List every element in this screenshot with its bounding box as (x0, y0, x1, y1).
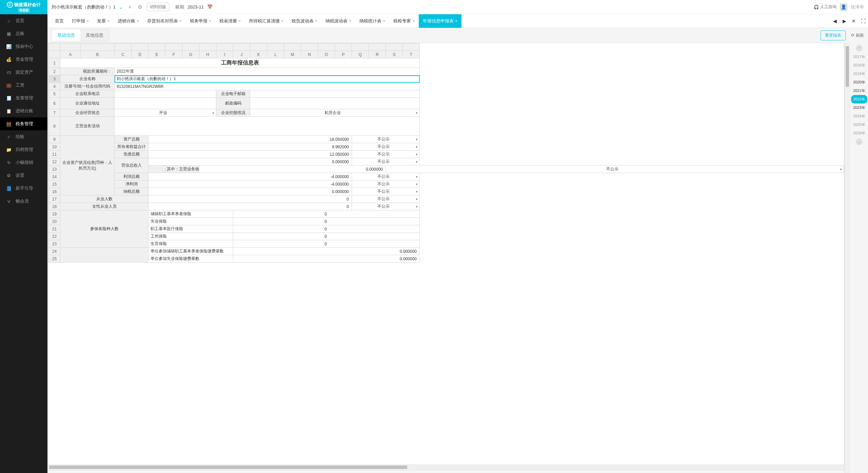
year-option[interactable]: 2024年 (851, 112, 867, 120)
spreadsheet-grid[interactable]: ABCDEFGHIJKLMNOPQRST1工商年报信息表2税款所属期间：2022… (48, 43, 844, 465)
close-icon[interactable]: × (209, 19, 211, 23)
tab-税检专家[interactable]: 税检专家 × (389, 14, 419, 28)
col-header[interactable]: E (149, 51, 165, 58)
tab-纳税统计表[interactable]: 纳税统计表 × (355, 14, 389, 28)
year-up-icon[interactable]: ⌃ (856, 45, 863, 52)
sidebar-item-fund[interactable]: 💰 资金管理 (0, 53, 47, 66)
col-header[interactable]: M (284, 51, 301, 58)
calendar-icon[interactable]: 📅 (207, 4, 213, 10)
dropdown-cell[interactable]: 私营企业 (250, 109, 420, 117)
sidebar-item-settings[interactable]: ⚙ 设置 (0, 169, 47, 182)
close-icon[interactable]: × (349, 19, 351, 23)
vertical-scrollbar[interactable] (844, 43, 850, 473)
add-icon[interactable]: + (126, 4, 133, 11)
year-option[interactable]: 2018年 (851, 61, 867, 70)
col-header[interactable]: Q (352, 51, 369, 58)
subtab-basic[interactable]: 基础信息 (52, 30, 80, 41)
sidebar-item-invoice[interactable]: 🧾 发票管理 (0, 92, 47, 105)
col-header[interactable]: K (250, 51, 267, 58)
col-header[interactable]: L (267, 51, 284, 58)
close-icon[interactable]: × (107, 19, 110, 23)
col-header[interactable]: D (132, 51, 149, 58)
fullscreen-icon[interactable]: ⛶ (859, 16, 868, 26)
tab-所得税汇算清缴[interactable]: 所得税汇算清缴 × (245, 14, 288, 28)
close-icon[interactable]: × (315, 19, 317, 23)
year-option[interactable]: 2020年 (851, 78, 867, 87)
refresh-button[interactable]: ⟳ 刷新 (851, 33, 864, 38)
close-icon[interactable]: × (281, 19, 283, 23)
sidebar-item-salary[interactable]: 💼 工资 (0, 79, 47, 92)
sidebar-item-archive[interactable]: 📁 归档管理 (0, 143, 47, 156)
value-cell[interactable]: 2022年度 (115, 68, 420, 75)
close-icon[interactable]: × (86, 19, 89, 23)
tab-发票[interactable]: 发票 × (93, 14, 114, 28)
year-option[interactable]: 2025年 (851, 120, 867, 129)
gear-icon[interactable]: ⚙ (137, 4, 143, 11)
tab-税表清册[interactable]: 税表清册 × (215, 14, 245, 28)
tabs-next-icon[interactable]: ▶ (840, 16, 849, 26)
sidebar-item-close[interactable]: ✓ 结账 (0, 130, 47, 143)
publish-dropdown[interactable]: 不公示 (352, 173, 420, 181)
sidebar-item-home[interactable]: ⌂ 首页 (0, 14, 47, 27)
tab-打申报[interactable]: 打申报 × (68, 14, 93, 28)
publish-dropdown[interactable]: 不公示 (386, 166, 844, 173)
col-header[interactable]: G (182, 51, 199, 58)
col-header[interactable]: H (199, 51, 216, 58)
col-header[interactable]: B (81, 51, 115, 58)
tabs-close-all-icon[interactable]: ✕ (849, 16, 859, 26)
tab-年报信息申报表[interactable]: 年报信息申报表 × (419, 14, 461, 28)
publish-dropdown[interactable]: 不公示 (352, 158, 420, 166)
horizontal-scrollbar[interactable] (48, 465, 844, 470)
tab-纳税波动表[interactable]: 纳税波动表 × (321, 14, 355, 28)
publish-dropdown[interactable]: 不公示 (352, 151, 420, 158)
corner-cell[interactable] (49, 51, 60, 58)
sidebar-item-asset[interactable]: 🗃 固定资产 (0, 66, 47, 79)
dropdown-cell[interactable]: 开业 (115, 109, 216, 117)
publish-dropdown[interactable]: 不公示 (352, 143, 420, 151)
account-selector[interactable]: 刘小艳演示账套（勿删勿动！）1 (52, 4, 116, 10)
sidebar-item-guide[interactable]: 📘 新手引导 (0, 182, 47, 195)
col-header[interactable]: P (335, 51, 352, 58)
close-icon[interactable]: × (238, 19, 241, 23)
year-option[interactable]: 2021年 (851, 87, 867, 95)
col-header[interactable]: J (233, 51, 250, 58)
year-option[interactable]: 2019年 (851, 70, 867, 78)
tab-税负波动表[interactable]: 税负波动表 × (288, 14, 321, 28)
period-value[interactable]: 2023-11 (188, 4, 204, 10)
close-icon[interactable]: × (179, 19, 182, 23)
year-down-icon[interactable]: ⌄ (856, 138, 863, 145)
tab-首页[interactable]: 首页 (51, 14, 68, 28)
year-option[interactable]: 2023年 (851, 103, 867, 112)
col-header[interactable]: R (369, 51, 386, 58)
sidebar-item-report[interactable]: 📊 报表中心 (0, 40, 47, 53)
close-icon[interactable]: × (455, 19, 457, 23)
col-header[interactable]: N (301, 51, 318, 58)
publish-dropdown[interactable]: 不公示 (352, 136, 420, 143)
tab-进销台账[interactable]: 进销台账 × (114, 14, 143, 28)
support-link[interactable]: 🎧 人工咨询 (814, 4, 836, 10)
publish-dropdown[interactable]: 不公示 (352, 181, 420, 188)
sidebar-item-psi[interactable]: 📋 进销台账 (0, 105, 47, 117)
col-header[interactable]: I (216, 51, 233, 58)
tab-存货别名对照表[interactable]: 存货别名对照表 × (143, 14, 186, 28)
enterprise-name-cell[interactable]: 刘小艳演示账套（勿删勿动！）1 (115, 75, 420, 83)
col-header[interactable]: O (318, 51, 335, 58)
subtab-other[interactable]: 其他信息 (80, 30, 109, 41)
col-header[interactable]: S (386, 51, 403, 58)
sidebar-item-vip[interactable]: V 畅会员 (0, 195, 47, 208)
col-header[interactable]: F (165, 51, 182, 58)
tabs-prev-icon[interactable]: ◀ (830, 16, 840, 26)
year-option[interactable]: 2022年 (851, 95, 867, 103)
sidebar-item-tax[interactable]: 🧮 税务管理 (0, 117, 47, 130)
close-icon[interactable]: × (412, 19, 415, 23)
year-option[interactable]: 2026年 (851, 129, 867, 137)
sidebar-item-xc[interactable]: ↻ 小畅报销 (0, 156, 47, 169)
chevron-down-icon[interactable]: ⌄ (119, 4, 123, 10)
avatar[interactable]: 👤 (840, 3, 847, 11)
sidebar-item-ledger[interactable]: ▦ 总账 (0, 27, 47, 40)
year-option[interactable]: 2017年 (851, 53, 867, 61)
col-header[interactable]: C (115, 51, 132, 58)
col-header[interactable]: A (60, 51, 81, 58)
old-version-button[interactable]: 切到旧版 (147, 3, 169, 11)
close-icon[interactable]: × (137, 19, 139, 23)
